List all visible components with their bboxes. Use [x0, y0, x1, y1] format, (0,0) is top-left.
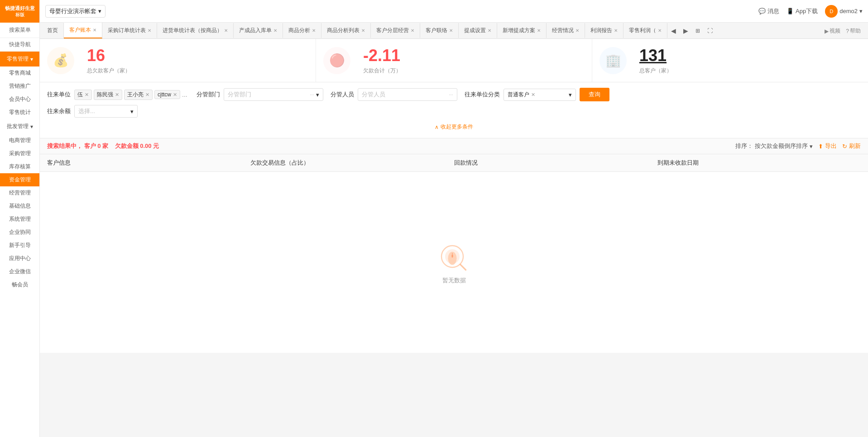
partner-type-selector[interactable]: 普通客户 ✕ ▾ — [504, 89, 576, 101]
tab-customer-contact[interactable]: 客户联络 ✕ — [420, 23, 459, 38]
tab-product-inbound-label: 产成品入库单 — [239, 27, 272, 34]
results-amount-label: 欠款金额 — [115, 142, 139, 149]
filter-tag-0[interactable]: 伍 ✕ — [74, 90, 92, 100]
tab-product-inbound[interactable]: 产成品入库单 ✕ — [234, 23, 283, 38]
tab-goods-analysis[interactable]: 商品分析 ✕ — [283, 23, 321, 38]
tab-close-inbound-stat[interactable]: ✕ — [224, 28, 228, 33]
partner-type-tag[interactable]: 普通客户 ✕ — [508, 91, 535, 99]
sidebar-item-ops[interactable]: 经营管理 — [0, 186, 39, 200]
tab-customer-tier[interactable]: 客户分层经营 ✕ — [371, 23, 420, 38]
filter-tag-0-text: 伍 — [77, 91, 83, 99]
balance-selector[interactable]: 选择... ▾ — [74, 105, 138, 118]
sidebar-item-ecom[interactable]: 电商管理 — [0, 134, 39, 147]
person-selector[interactable]: 分管人员 ··· — [358, 88, 457, 101]
sidebar-item-wecom[interactable]: 企业微信 — [0, 265, 39, 278]
filter-tag-1[interactable]: 陈民强 ✕ — [94, 90, 122, 100]
sidebar-item-corp[interactable]: 企业协同 — [0, 226, 39, 239]
tab-close-new-improve[interactable]: ✕ — [537, 28, 541, 33]
tab-close-accounts-receivable[interactable]: ✕ — [93, 28, 96, 33]
tab-purchase-order[interactable]: 采购订单统计表 ✕ — [102, 23, 157, 38]
tab-new-improve[interactable]: 新增提成方案 ✕ — [497, 23, 547, 38]
empty-state: 暂无数据 — [409, 213, 499, 312]
tab-close-goods-analysis[interactable]: ✕ — [312, 28, 316, 33]
account-selector[interactable]: 母婴行业演示帐套 ▾ — [45, 5, 106, 18]
filter-collapse-btn[interactable]: ∧ 收起更多条件 — [47, 121, 861, 133]
query-button[interactable]: 查询 — [580, 88, 609, 101]
tab-close-biz-situation[interactable]: ✕ — [575, 28, 579, 33]
tab-accounts-receivable[interactable]: 客户账本 ✕ — [64, 23, 102, 38]
tab-retail-profit[interactable]: 零售利润（ ✕ — [623, 23, 667, 38]
sidebar-item-batch[interactable]: 批发管理 ▾ — [0, 119, 39, 134]
sidebar-item-retail-stat[interactable]: 零售统计 — [0, 106, 39, 119]
tab-next-btn[interactable]: ▶ — [680, 25, 692, 36]
tab-fullscreen-btn[interactable]: ⛶ — [704, 26, 716, 36]
sidebar-item-retail-mall[interactable]: 零售商城 — [0, 66, 39, 80]
stat-overdue-customers: 💰 16 总欠款客户（家） — [40, 39, 316, 82]
tab-expand-btn[interactable]: ⊞ — [692, 26, 704, 36]
sidebar-item-marketing[interactable]: 营销推广 — [0, 80, 39, 93]
sidebar-item-newbie[interactable]: 新手引导 — [0, 239, 39, 252]
sidebar-item-member[interactable]: 会员中心 — [0, 93, 39, 106]
sidebar-logo: 畅捷通好生意 标版 — [0, 0, 39, 23]
chevron-down-icon-user: ▾ — [859, 8, 863, 14]
filter-tag-1-close[interactable]: ✕ — [115, 92, 119, 98]
results-amount-value: 0.00 — [140, 142, 151, 149]
sidebar-search[interactable]: 搜索菜单 — [0, 23, 39, 38]
tab-close-product-inbound[interactable]: ✕ — [273, 28, 277, 33]
main-area: 母婴行业演示帐套 ▾ 💬 消息 📱 App下载 D demo2 ▾ 首页 — [40, 0, 868, 437]
sidebar-item-finance[interactable]: 资金管理 — [0, 173, 39, 186]
refresh-icon: ↻ — [842, 143, 847, 150]
refresh-btn[interactable]: ↻ 刷新 — [842, 142, 861, 150]
filter-tag-3-text: cjttcw — [158, 91, 171, 98]
tab-improve-settings[interactable]: 提成设置 ✕ — [459, 23, 497, 38]
tab-home[interactable]: 首页 — [42, 23, 64, 38]
partner-type-tag-close[interactable]: ✕ — [531, 92, 535, 98]
tab-customer-tier-label: 客户分层经营 — [376, 27, 409, 34]
sidebar-item-basic[interactable]: 基础信息 — [0, 200, 39, 213]
filter-more-btn[interactable]: ... — [182, 91, 187, 98]
filter-tag-3[interactable]: cjttcw ✕ — [154, 90, 180, 99]
dept-selector[interactable]: 分管部门 ··· ▾ — [224, 88, 323, 101]
tab-close-retail-profit[interactable]: ✕ — [658, 28, 662, 33]
tab-close-improve-settings[interactable]: ✕ — [488, 28, 491, 33]
account-selector-text: 母婴行业演示帐套 — [49, 7, 96, 15]
col-due-date: 到期未收款日期 — [657, 159, 861, 167]
user-menu[interactable]: D demo2 ▾ — [825, 5, 863, 18]
tab-biz-situation[interactable]: 经营情况 ✕ — [547, 23, 585, 38]
sidebar-item-vip[interactable]: 畅会员 — [0, 278, 39, 291]
filter-row-1: 往来单位 伍 ✕ 陈民强 ✕ 王小亮 ✕ cjttcw — [47, 88, 861, 101]
tab-home-label: 首页 — [47, 27, 58, 34]
sidebar-quicknav[interactable]: 快捷导航 — [0, 38, 39, 52]
messages-btn[interactable]: 💬 消息 — [758, 7, 779, 15]
dept-placeholder: 分管部门 — [228, 90, 251, 99]
tab-close-customer-contact[interactable]: ✕ — [449, 28, 453, 33]
filter-tag-0-close[interactable]: ✕ — [85, 92, 89, 98]
results-customers-unit: 家 — [102, 142, 108, 149]
tab-close-purchase-order[interactable]: ✕ — [148, 28, 151, 33]
partner-type-chevron-icon: ▾ — [569, 91, 572, 98]
sidebar-item-inventory[interactable]: 库存核算 — [0, 160, 39, 173]
col-overdue-info: 欠款交易信息（占比） — [250, 159, 454, 167]
tab-close-goods-analysis-list[interactable]: ✕ — [361, 28, 365, 33]
tab-inbound-stat[interactable]: 进货单统计表（按商品） ✕ — [157, 23, 234, 38]
topbar-left: 母婴行业演示帐套 ▾ — [45, 5, 106, 18]
table-body: 暂无数据 — [40, 172, 868, 353]
filter-tag-2[interactable]: 王小亮 ✕ — [124, 90, 153, 100]
collapse-label: 收起更多条件 — [441, 123, 473, 131]
tab-goods-analysis-list[interactable]: 商品分析列表 ✕ — [321, 23, 371, 38]
app-download-btn[interactable]: 📱 App下载 — [786, 7, 818, 15]
filter-tag-3-close[interactable]: ✕ — [173, 92, 177, 98]
tab-prev-btn[interactable]: ◀ — [667, 25, 680, 36]
overdue-customers-value: 16 — [87, 46, 130, 65]
sidebar-item-system[interactable]: 系统管理 — [0, 213, 39, 226]
sidebar-item-retail[interactable]: 零售管理 ▾ — [0, 52, 39, 66]
tab-profit-report[interactable]: 利润报告 ✕ — [585, 23, 623, 38]
export-btn[interactable]: ⬆ 导出 — [818, 142, 837, 150]
sidebar-item-purchase[interactable]: 采购管理 — [0, 147, 39, 160]
sort-selector[interactable]: 排序： 按欠款金额倒序排序 ▾ — [735, 142, 813, 150]
filter-tag-2-close[interactable]: ✕ — [145, 92, 149, 98]
sidebar-item-apps[interactable]: 应用中心 — [0, 252, 39, 265]
tab-close-customer-tier[interactable]: ✕ — [411, 28, 414, 33]
balance-placeholder: 选择... — [78, 107, 95, 115]
tab-close-profit-report[interactable]: ✕ — [614, 28, 618, 33]
